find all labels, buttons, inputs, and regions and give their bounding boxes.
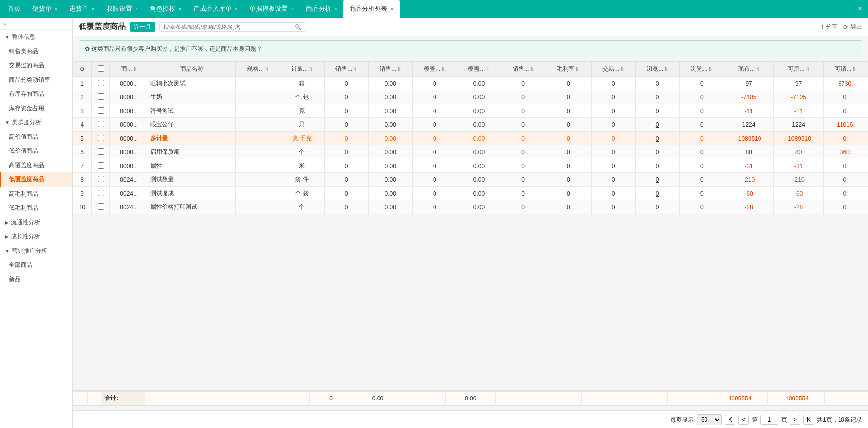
sidebar-item-sales-goods[interactable]: 销售类商品: [0, 44, 72, 58]
tab-product-entry[interactable]: 产成品入库单 ×: [188, 0, 244, 18]
close-tab-role-auth[interactable]: ×: [178, 6, 181, 12]
browse1-link[interactable]: 0: [656, 190, 659, 197]
page-number-input[interactable]: [760, 415, 778, 425]
close-tab-template-settings[interactable]: ×: [291, 6, 294, 12]
per-page-select[interactable]: 20 50 100 200: [697, 414, 722, 425]
browse1-link[interactable]: 0: [656, 149, 659, 156]
row-browse1[interactable]: 0: [635, 159, 679, 173]
settings-icon[interactable]: ⚙: [80, 66, 85, 73]
search-icon[interactable]: 🔍: [295, 24, 302, 30]
row-checkbox[interactable]: [91, 187, 109, 200]
row-browse1[interactable]: 0: [635, 145, 679, 159]
sidebar-item-in-stock-goods[interactable]: 有库存的商品: [0, 87, 72, 101]
browse1-link[interactable]: 0: [656, 135, 659, 142]
browse1-link[interactable]: 0: [656, 121, 659, 128]
sidebar-group-overall[interactable]: ▼ 整体信息: [0, 30, 72, 44]
row-checkbox[interactable]: [91, 132, 109, 145]
share-button[interactable]: ⤴ 分享: [821, 23, 838, 31]
close-tab-purchase-order[interactable]: ×: [91, 6, 94, 12]
sidebar-item-low-value[interactable]: 低价值商品: [0, 144, 72, 158]
row-browse1[interactable]: 0: [635, 118, 679, 132]
prev-page-btn[interactable]: <: [738, 415, 749, 425]
browse1-link[interactable]: 0: [656, 163, 659, 170]
col-available[interactable]: 可用...⇅: [774, 62, 823, 77]
sidebar-collapse-btn[interactable]: «: [4, 21, 7, 27]
row-checkbox[interactable]: [91, 173, 109, 187]
browse1-link[interactable]: 0: [656, 176, 659, 183]
col-sales-amt[interactable]: 销售...⇅: [368, 62, 412, 77]
row-browse1[interactable]: 0: [635, 132, 679, 145]
col-sales-qty[interactable]: 销售...⇅: [324, 62, 368, 77]
close-tab-product-entry[interactable]: ×: [235, 6, 238, 12]
tab-goods-analysis[interactable]: 商品分析 ×: [300, 0, 343, 18]
tab-purchase-order[interactable]: 进货单 ×: [63, 0, 100, 18]
sidebar-item-high-value[interactable]: 高价值商品: [0, 130, 72, 144]
next-page-btn[interactable]: >: [790, 415, 800, 425]
sidebar-item-high-coverage[interactable]: 高覆盖度商品: [0, 158, 72, 172]
col-sales3[interactable]: 销售...⇅: [501, 62, 545, 77]
col-browse1[interactable]: 浏览...⇅: [635, 62, 679, 77]
sidebar-group-cluster[interactable]: ▼ 类群度分析: [0, 115, 72, 130]
col-browse2[interactable]: 浏览...⇅: [679, 62, 724, 77]
close-tab-goods-analysis-list[interactable]: ×: [390, 6, 393, 12]
sidebar-item-low-coverage[interactable]: 低覆盖度商品: [0, 172, 72, 187]
col-saleable[interactable]: 可销...⇅: [823, 62, 868, 77]
sidebar-item-new-goods[interactable]: 新品: [0, 272, 72, 286]
select-all-checkbox[interactable]: [98, 65, 104, 72]
col-coverage1[interactable]: 覆盖...⇅: [412, 62, 457, 77]
sidebar-item-stock-fund[interactable]: 库存资金占用: [0, 101, 72, 115]
col-spec[interactable]: 规格...⇅: [236, 62, 280, 77]
tab-goods-analysis-list[interactable]: 商品分析列表 ×: [343, 0, 399, 18]
sidebar-item-traded-goods[interactable]: 交易过的商品: [0, 58, 72, 73]
col-settings[interactable]: ⚙: [73, 62, 92, 77]
row-checkbox[interactable]: [91, 145, 109, 159]
row-checkbox[interactable]: [91, 90, 109, 104]
export-button[interactable]: ⟳ 导出: [843, 23, 862, 31]
tab-sales-order[interactable]: 销货单 ×: [27, 0, 63, 18]
browse1-link[interactable]: 0: [656, 204, 659, 211]
sidebar-group-marketing[interactable]: ▼ 营销推广分析: [0, 244, 72, 258]
first-page-btn[interactable]: K: [725, 415, 735, 425]
table-container[interactable]: ⚙ 商...⇅ 商品名称 规格...⇅ 计量...⇅ 销售...⇅ 销售...⇅…: [73, 61, 868, 390]
close-tab-permission[interactable]: ×: [135, 6, 138, 12]
browse1-link[interactable]: 0: [656, 80, 659, 87]
row-checkbox[interactable]: [91, 159, 109, 173]
col-coverage2[interactable]: 覆盖...⇅: [457, 62, 501, 77]
col-gross-margin[interactable]: 毛利率⇅: [545, 62, 591, 77]
row-browse1[interactable]: 0: [635, 187, 679, 200]
h-scrollbar[interactable]: [73, 406, 868, 411]
col-code[interactable]: 商...⇅: [110, 62, 148, 77]
col-checkbox[interactable]: [91, 62, 109, 77]
tab-home[interactable]: 首页: [2, 0, 27, 18]
period-button[interactable]: 近一月: [130, 22, 155, 32]
browse1-link[interactable]: 0: [656, 108, 659, 114]
col-current[interactable]: 现有...⇅: [724, 62, 773, 77]
row-checkbox[interactable]: [91, 118, 109, 132]
sidebar-item-high-margin[interactable]: 高毛利商品: [0, 187, 72, 201]
last-page-btn[interactable]: K: [803, 415, 814, 425]
row-browse1[interactable]: 0: [635, 173, 679, 187]
row-browse1[interactable]: 0: [635, 77, 679, 90]
row-browse1[interactable]: 0: [635, 90, 679, 104]
row-browse1[interactable]: 0: [635, 200, 679, 214]
tab-permission[interactable]: 权限设置 ×: [101, 0, 144, 18]
tab-template-settings[interactable]: 单据模板设置 ×: [244, 0, 299, 18]
search-input[interactable]: [163, 24, 293, 30]
browse1-link[interactable]: 0: [656, 94, 659, 101]
tab-role-auth[interactable]: 角色授权 ×: [144, 0, 187, 18]
row-checkbox[interactable]: [91, 77, 109, 90]
window-close-button[interactable]: ×: [854, 4, 866, 13]
row-browse1[interactable]: 0: [635, 104, 679, 118]
search-box[interactable]: 🔍: [159, 22, 306, 32]
sidebar-item-low-margin[interactable]: 低毛利商品: [0, 201, 72, 215]
col-trans[interactable]: 交易...⇅: [591, 62, 635, 77]
col-name[interactable]: 商品名称: [148, 62, 236, 77]
row-checkbox[interactable]: [91, 200, 109, 214]
close-tab-goods-analysis[interactable]: ×: [334, 6, 337, 12]
sidebar-item-all-goods[interactable]: 全部商品: [0, 258, 72, 272]
sidebar-item-category-activity[interactable]: 商品分类动销率: [0, 73, 72, 87]
row-checkbox[interactable]: [91, 104, 109, 118]
sidebar-group-growth[interactable]: ▶ 成长性分析: [0, 229, 72, 244]
sidebar-group-liquidity[interactable]: ▶ 流通性分析: [0, 215, 72, 229]
col-unit[interactable]: 计量...⇅: [280, 62, 324, 77]
